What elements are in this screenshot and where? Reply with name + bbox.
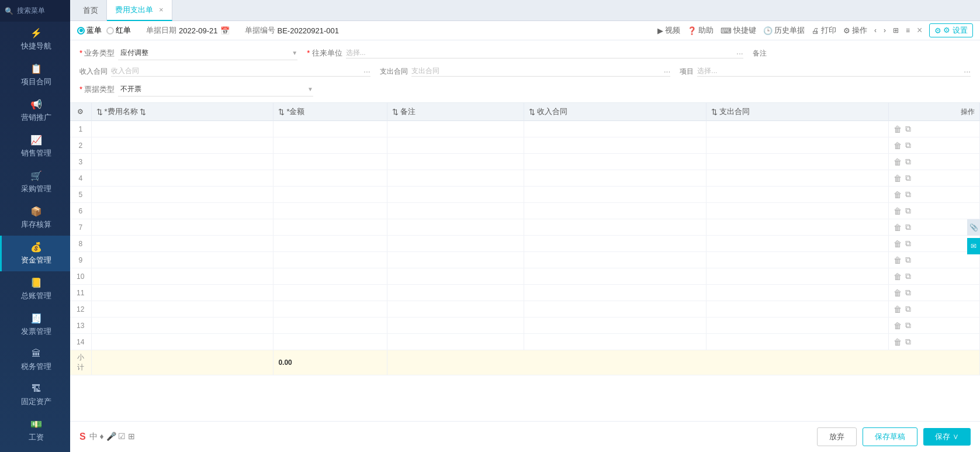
row-expense-name[interactable]: [91, 154, 273, 170]
row-remark[interactable]: [387, 285, 524, 301]
row-expense-name[interactable]: [91, 252, 273, 268]
row-remark[interactable]: [387, 318, 524, 334]
copy-icon[interactable]: ⧉: [905, 189, 911, 199]
row-expense-name[interactable]: [91, 301, 273, 318]
copy-icon[interactable]: ⧉: [905, 206, 911, 216]
row-expense-name[interactable]: [91, 318, 273, 334]
row-income-contract[interactable]: [524, 252, 707, 268]
income-contract-wrapper[interactable]: 收入合同 ···: [111, 66, 370, 77]
sidebar-search[interactable]: 🔍 搜索菜单: [0, 0, 70, 22]
row-expense-contract[interactable]: [707, 301, 889, 318]
toolbar-list-view[interactable]: ≡: [906, 26, 910, 34]
delete-icon[interactable]: 🗑: [894, 288, 902, 298]
sidebar-item-marketing[interactable]: 📢营销推广: [0, 93, 70, 129]
row-remark[interactable]: [387, 170, 524, 187]
sidebar-item-capital-mgmt[interactable]: 💰资金管理: [0, 236, 70, 271]
th-amount[interactable]: ⇅ *金额: [273, 103, 387, 121]
row-amount[interactable]: [273, 236, 387, 252]
row-amount[interactable]: [273, 170, 387, 187]
delete-icon[interactable]: 🗑: [894, 337, 902, 347]
row-expense-contract[interactable]: [707, 334, 889, 350]
row-expense-name[interactable]: [91, 268, 273, 285]
toolbar-btn-help[interactable]: ❓ 助助: [687, 25, 714, 36]
row-income-contract[interactable]: [524, 318, 707, 334]
partner-dots-btn[interactable]: ···: [736, 49, 743, 58]
float-btn-1[interactable]: 📎: [967, 219, 980, 236]
toolbar-grid-view[interactable]: ⊞: [893, 26, 899, 34]
row-amount[interactable]: [273, 121, 387, 137]
row-amount[interactable]: [273, 268, 387, 285]
copy-icon[interactable]: ⧉: [905, 304, 911, 314]
row-remark[interactable]: [387, 137, 524, 154]
row-amount[interactable]: [273, 252, 387, 268]
sidebar-item-accounting[interactable]: 📒总账管理: [0, 271, 70, 307]
row-amount[interactable]: [273, 137, 387, 154]
toolbar-btn-actions[interactable]: ⚙ 操作: [843, 25, 867, 36]
row-expense-name[interactable]: [91, 203, 273, 219]
row-expense-contract[interactable]: [707, 268, 889, 285]
row-expense-name[interactable]: [91, 334, 273, 350]
row-income-contract[interactable]: [524, 285, 707, 301]
income-contract-dots[interactable]: ···: [363, 67, 370, 76]
row-expense-contract[interactable]: [707, 318, 889, 334]
row-income-contract[interactable]: [524, 203, 707, 219]
sidebar-item-quick-nav[interactable]: ⚡快捷导航: [0, 22, 70, 57]
row-income-contract[interactable]: [524, 187, 707, 203]
delete-icon[interactable]: 🗑: [894, 305, 902, 314]
row-income-contract[interactable]: [524, 154, 707, 170]
copy-icon[interactable]: ⧉: [905, 255, 911, 265]
tab-close-icon[interactable]: ×: [159, 5, 164, 14]
row-amount[interactable]: [273, 301, 387, 318]
tab-home[interactable]: 首页: [75, 0, 107, 21]
row-expense-name[interactable]: [91, 219, 273, 236]
row-expense-contract[interactable]: [707, 170, 889, 187]
radio-blue[interactable]: 蓝单: [77, 25, 102, 36]
project-dots[interactable]: ···: [964, 67, 971, 76]
row-amount[interactable]: [273, 285, 387, 301]
sidebar-item-salary[interactable]: 💵工资: [0, 413, 70, 448]
calendar-icon[interactable]: 📅: [220, 26, 230, 35]
th-expense-name[interactable]: ⇅ *费用名称 ⇅: [91, 103, 273, 121]
row-expense-name[interactable]: [91, 187, 273, 203]
discard-button[interactable]: 放弃: [817, 427, 857, 446]
delete-icon[interactable]: 🗑: [894, 125, 902, 134]
row-remark[interactable]: [387, 334, 524, 350]
row-amount[interactable]: [273, 203, 387, 219]
row-expense-contract[interactable]: [707, 236, 889, 252]
tab-expense[interactable]: 费用支出单 ×: [107, 0, 172, 21]
float-btn-2[interactable]: ✉: [967, 238, 980, 254]
toolbar-btn-history[interactable]: 🕒 历史单据: [763, 25, 805, 36]
delete-icon[interactable]: 🗑: [894, 157, 902, 167]
row-income-contract[interactable]: [524, 268, 707, 285]
delete-icon[interactable]: 🗑: [894, 223, 902, 232]
project-wrapper[interactable]: 选择... ···: [697, 66, 971, 77]
toolbar-btn-shortcut[interactable]: ⌨ 快捷键: [721, 25, 756, 36]
row-remark[interactable]: [387, 236, 524, 252]
row-amount[interactable]: [273, 219, 387, 236]
radio-red[interactable]: 红单: [106, 25, 131, 36]
invoice-type-wrapper[interactable]: 不开票 ▼: [118, 82, 313, 96]
expense-contract-dots[interactable]: ···: [664, 67, 671, 76]
row-expense-contract[interactable]: [707, 252, 889, 268]
delete-icon[interactable]: 🗑: [894, 141, 902, 150]
copy-icon[interactable]: ⧉: [905, 271, 911, 281]
row-expense-contract[interactable]: [707, 219, 889, 236]
row-expense-name[interactable]: [91, 121, 273, 137]
row-expense-name[interactable]: [91, 170, 273, 187]
sidebar-item-tax-mgmt[interactable]: 🏛税务管理: [0, 343, 70, 378]
row-income-contract[interactable]: [524, 236, 707, 252]
delete-icon[interactable]: 🗑: [894, 190, 902, 199]
row-remark[interactable]: [387, 154, 524, 170]
row-expense-contract[interactable]: [707, 154, 889, 170]
delete-icon[interactable]: 🗑: [894, 272, 902, 281]
row-amount[interactable]: [273, 154, 387, 170]
row-remark[interactable]: [387, 301, 524, 318]
save-button[interactable]: 保存 ∨: [923, 428, 971, 446]
copy-icon[interactable]: ⧉: [905, 288, 911, 298]
delete-icon[interactable]: 🗑: [894, 206, 902, 216]
toolbar-nav-next[interactable]: ›: [884, 26, 886, 34]
copy-icon[interactable]: ⧉: [905, 337, 911, 347]
toolbar-btn-video[interactable]: ▶ 视频: [657, 25, 680, 36]
row-remark[interactable]: [387, 252, 524, 268]
copy-icon[interactable]: ⧉: [905, 173, 911, 183]
